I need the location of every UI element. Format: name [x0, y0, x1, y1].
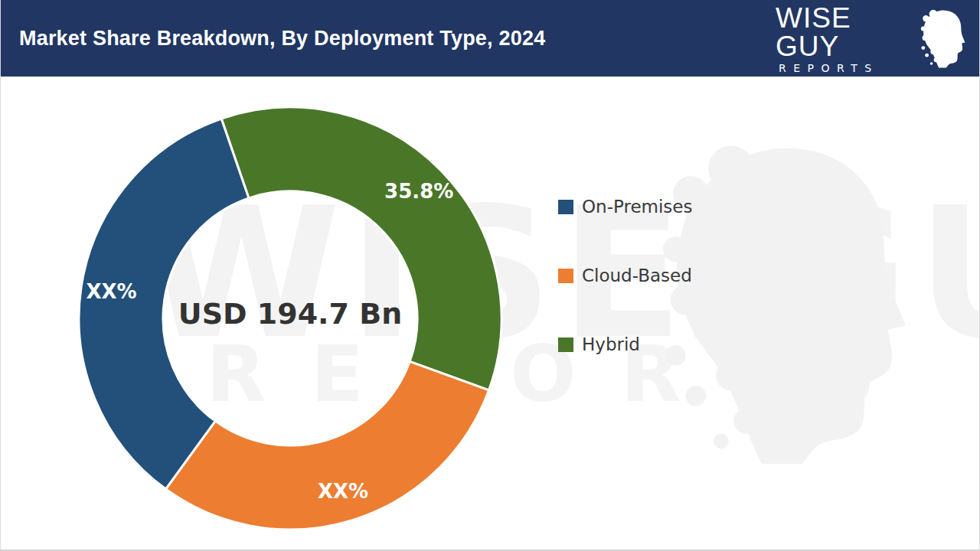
- legend-item-cloud-based: Cloud-Based: [558, 265, 692, 286]
- legend-label: Cloud-Based: [582, 267, 692, 285]
- header-bar: Market Share Breakdown, By Deployment Ty…: [1, 0, 980, 77]
- legend-swatch-hybrid: [558, 337, 573, 352]
- donut-chart: 35.8%XX%XX%: [1, 77, 980, 551]
- logo-face-icon: [918, 8, 967, 68]
- donut-segment-cloud-based: [165, 361, 488, 530]
- slice-label-hybrid: 35.8%: [384, 180, 453, 203]
- donut-segment-hybrid: [221, 107, 501, 390]
- legend-swatch-cloud-based: [558, 269, 573, 283]
- logo-wordmark: WISE GUY: [776, 4, 915, 60]
- legend-label: On-Premises: [582, 198, 692, 216]
- chart-legend: On-Premises Cloud-Based Hybrid: [558, 196, 692, 355]
- legend-label: Hybrid: [582, 336, 640, 354]
- logo-subtitle: REPORTS: [779, 63, 879, 73]
- legend-item-hybrid: Hybrid: [558, 334, 692, 355]
- logo-text: WISE GUY REPORTS: [776, 4, 915, 73]
- chart-area: WISE GUY REPORTS 35.8%XX%XX% USD 194.7 B…: [1, 77, 980, 551]
- legend-swatch-on-premises: [558, 200, 573, 214]
- slice-label-cloud-based: XX%: [318, 480, 368, 503]
- legend-item-on-premises: On-Premises: [558, 196, 692, 217]
- infographic-page: Market Share Breakdown, By Deployment Ty…: [0, 0, 980, 551]
- donut-center-value: USD 194.7 Bn: [178, 297, 402, 331]
- page-title: Market Share Breakdown, By Deployment Ty…: [19, 27, 545, 51]
- wise-guy-logo: WISE GUY REPORTS: [776, 8, 967, 69]
- slice-label-on-premises: XX%: [87, 280, 137, 303]
